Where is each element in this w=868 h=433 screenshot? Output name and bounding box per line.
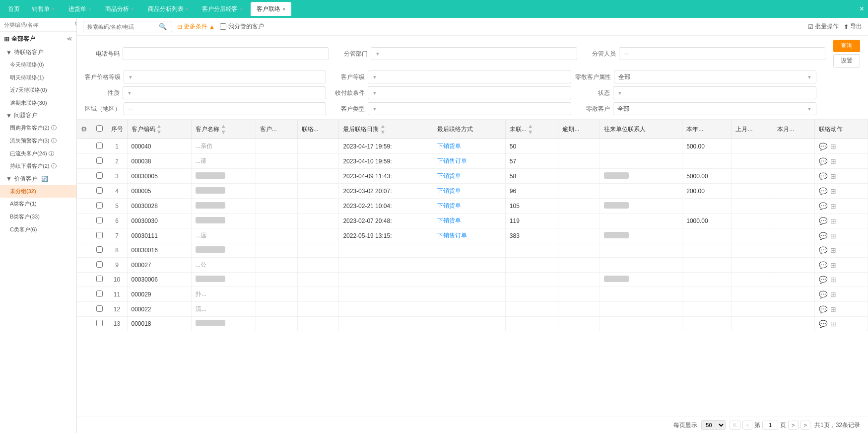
search-icon[interactable]: 🔍 — [159, 23, 167, 30]
chat-icon[interactable]: 💬 — [819, 157, 827, 165]
grid-action-icon[interactable]: ⊞ — [830, 187, 836, 195]
td-check[interactable] — [92, 214, 107, 228]
chat-icon[interactable]: 💬 — [819, 261, 827, 269]
retail-attr-select[interactable]: 全部 ▼ — [614, 71, 816, 83]
sidebar-item-tomorrow[interactable]: 明天待联络(1) — [0, 72, 76, 84]
gear-button[interactable]: ⚙ — [81, 125, 87, 133]
chat-icon[interactable]: 💬 — [819, 246, 827, 254]
row-checkbox[interactable] — [96, 320, 103, 326]
chat-icon[interactable]: 💬 — [819, 217, 827, 225]
grid-action-icon[interactable]: ⊞ — [830, 290, 836, 298]
row-checkbox[interactable] — [96, 202, 103, 209]
all-customers-header[interactable]: ⊞ 全部客户 ≪ — [0, 32, 76, 46]
th-checkbox[interactable] — [92, 120, 107, 139]
grid-action-icon[interactable]: ⊞ — [830, 157, 836, 165]
td-check[interactable] — [92, 199, 107, 214]
row-checkbox[interactable] — [96, 276, 103, 282]
tab-customer-contact[interactable]: 客户联络 × — [251, 2, 291, 16]
tab-product-list[interactable]: 商品分析列表 × — [142, 2, 195, 16]
chat-icon[interactable]: 💬 — [819, 187, 827, 195]
sidebar-item-7days[interactable]: 近7天待联络(0) — [0, 84, 76, 97]
tab-customer-segment[interactable]: 客户分层经客 × — [196, 2, 249, 16]
row-checkbox[interactable] — [96, 246, 103, 253]
last-method-link[interactable]: 下销货单 — [437, 217, 461, 224]
chat-icon[interactable]: 💬 — [819, 290, 827, 298]
row-checkbox[interactable] — [96, 187, 103, 194]
batch-ops-btn[interactable]: ☑ 批量操作 — [808, 22, 839, 31]
grid-action-icon[interactable]: ⊞ — [830, 143, 836, 150]
next-page-btn[interactable]: > — [788, 421, 798, 430]
close-product-tab[interactable]: × — [131, 6, 134, 12]
last-method-link[interactable]: 下销售订单 — [437, 232, 467, 239]
th-code[interactable]: 客户编码▲▼ — [127, 120, 192, 139]
last-method-link[interactable]: 下销货单 — [437, 187, 461, 194]
grid-action-icon[interactable]: ⊞ — [830, 202, 836, 210]
grid-action-icon[interactable]: ⊞ — [830, 246, 836, 254]
td-check[interactable] — [92, 287, 107, 302]
sidebar-item-class-b[interactable]: B类客户(33) — [0, 211, 76, 223]
close-product-list-tab[interactable]: × — [186, 6, 189, 12]
td-check[interactable] — [92, 302, 107, 317]
td-check[interactable] — [92, 184, 107, 199]
td-check[interactable] — [92, 154, 107, 169]
sidebar-item-abnormal[interactable]: 囤购异常客户(2) ⓘ — [0, 122, 76, 135]
payment-select[interactable]: ▼ — [368, 86, 571, 99]
row-checkbox[interactable] — [96, 143, 103, 149]
home-tab[interactable]: 首页 — [4, 5, 24, 13]
more-conditions-btn[interactable]: ⊟ 更多条件 ▲ — [177, 22, 215, 31]
person-input[interactable]: ··· — [619, 47, 825, 60]
last-method-link[interactable]: 下销货单 — [437, 172, 461, 179]
tab-product-analysis[interactable]: 商品分析 × — [99, 2, 140, 16]
chat-icon[interactable]: 💬 — [819, 232, 827, 240]
td-check[interactable] — [92, 273, 107, 287]
grid-action-icon[interactable]: ⊞ — [830, 232, 836, 240]
th-name[interactable]: 客户名称▲▼ — [192, 120, 256, 139]
region-input[interactable]: ··· — [124, 102, 326, 115]
td-check[interactable] — [92, 317, 107, 331]
per-page-select[interactable]: 50 100 200 — [701, 420, 726, 430]
td-check[interactable] — [92, 169, 107, 184]
grid-action-icon[interactable]: ⊞ — [830, 305, 836, 313]
td-check[interactable] — [92, 258, 107, 273]
chat-icon[interactable]: 💬 — [819, 172, 827, 180]
chat-icon[interactable]: 💬 — [819, 305, 827, 313]
search-input[interactable] — [87, 24, 157, 30]
query-button[interactable]: 查询 — [833, 40, 860, 52]
reset-button[interactable]: 设置 — [833, 54, 860, 68]
td-check[interactable] — [92, 243, 107, 258]
last-page-btn[interactable]: > — [801, 421, 810, 430]
close-segment-tab[interactable]: × — [240, 6, 243, 12]
sidebar-search-input[interactable] — [4, 22, 72, 28]
th-gear[interactable]: ⚙ — [77, 120, 92, 139]
collapse-icon[interactable]: ≪ — [67, 36, 72, 42]
phone-input[interactable] — [123, 47, 329, 60]
row-checkbox[interactable] — [96, 217, 103, 223]
tab-sales[interactable]: 销售单 × — [26, 2, 61, 16]
sidebar-item-declining[interactable]: 持续下滑客户(2) ⓘ — [0, 160, 76, 173]
sidebar-item-overdue[interactable]: 逾期未联络(30) — [0, 97, 76, 110]
close-sales-tab[interactable]: × — [52, 6, 55, 12]
my-customers-checkbox[interactable]: 我分管的客户 — [220, 22, 264, 31]
dept-select[interactable]: ▼ — [371, 47, 577, 60]
sidebar-group-problems[interactable]: ▼ 问题客户 — [0, 109, 76, 122]
td-check[interactable] — [92, 228, 107, 243]
retail-select[interactable]: 全部 ▼ — [613, 102, 816, 115]
sidebar-item-churned[interactable]: 已流失客户(24) ⓘ — [0, 147, 76, 160]
sidebar-item-churn-warning[interactable]: 流失预警客户(3) ⓘ — [0, 135, 76, 147]
row-checkbox[interactable] — [96, 157, 103, 164]
customer-level-select[interactable]: ▼ — [368, 71, 571, 83]
chat-icon[interactable]: 💬 — [819, 276, 827, 284]
first-page-btn[interactable]: K — [730, 421, 740, 430]
grid-action-icon[interactable]: ⊞ — [830, 276, 836, 284]
sidebar-item-ungroup[interactable]: 未分组(32) — [0, 185, 76, 198]
last-method-link[interactable]: 下销货单 — [437, 202, 461, 209]
close-contact-tab[interactable]: × — [282, 6, 285, 12]
page-number-input[interactable] — [762, 421, 778, 430]
row-checkbox[interactable] — [96, 261, 103, 268]
td-check[interactable] — [92, 139, 107, 154]
export-btn[interactable]: ⬆ 导出 — [844, 22, 862, 31]
chat-icon[interactable]: 💬 — [819, 143, 827, 150]
row-checkbox[interactable] — [96, 290, 103, 297]
close-purchase-tab[interactable]: × — [88, 6, 91, 12]
grid-action-icon[interactable]: ⊞ — [830, 261, 836, 269]
